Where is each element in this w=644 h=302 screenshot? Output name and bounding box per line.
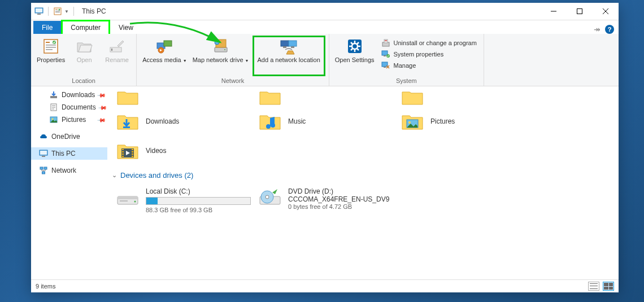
- system-properties-link[interactable]: System properties: [380, 49, 478, 59]
- folder-music[interactable]: Music: [254, 108, 397, 135]
- map-drive-icon: [212, 37, 230, 55]
- svg-rect-29: [289, 41, 297, 46]
- nav-onedrive-label: OneDrive: [51, 133, 80, 141]
- onedrive-icon: [39, 132, 48, 141]
- section-devices-drives[interactable]: Devices and drives (2): [112, 171, 614, 180]
- svg-point-64: [266, 124, 271, 129]
- hdd-icon: [115, 187, 140, 208]
- ribbon-tabs: File Computer View ↠ ?: [31, 20, 619, 34]
- svg-rect-61: [44, 167, 47, 169]
- folder-pictures[interactable]: Pictures: [397, 108, 539, 135]
- close-button[interactable]: [593, 3, 619, 20]
- svg-rect-72: [122, 156, 124, 157]
- music-folder-icon: [258, 111, 282, 132]
- drive-c[interactable]: Local Disk (C:) 88.3 GB free of 99.3 GB: [112, 184, 254, 217]
- svg-rect-16: [46, 49, 53, 50]
- folder-downloads-label: Downloads: [146, 117, 179, 125]
- drive-d-label2: CCCOMA_X64FRE_EN-US_DV9: [288, 195, 393, 203]
- pin-icon: 📌: [97, 115, 106, 124]
- folder-partial-top[interactable]: [254, 87, 397, 106]
- svg-rect-75: [132, 154, 133, 155]
- tab-computer[interactable]: Computer: [61, 20, 110, 34]
- tab-file[interactable]: File: [33, 21, 61, 34]
- uninstall-label: Uninstall or change a program: [394, 40, 477, 46]
- navigation-pane: Downloads 📌 Documents 📌 Pictures 📌 OneDr…: [31, 86, 107, 279]
- nav-documents[interactable]: Documents 📌: [31, 101, 107, 113]
- system-properties-icon: [381, 50, 390, 59]
- drive-c-free: 88.3 GB free of 99.3 GB: [146, 207, 251, 213]
- ribbon-group-system: Open Settings Uninstall or change a prog…: [329, 34, 484, 86]
- network-location-icon: [280, 37, 298, 55]
- svg-rect-43: [384, 40, 388, 43]
- access-media-label: Access media ▼: [142, 56, 186, 64]
- properties-button[interactable]: Properties: [34, 36, 67, 76]
- folder-icon: [400, 87, 425, 106]
- add-network-location-label: Add a network location: [258, 56, 320, 64]
- nav-downloads[interactable]: Downloads 📌: [31, 89, 107, 101]
- title-bar: ▼ This PC: [31, 3, 619, 20]
- nav-this-pc[interactable]: This PC: [31, 147, 107, 160]
- drive-d[interactable]: DVD Drive (D:) CCCOMA_X64FRE_EN-US_DV9 0…: [254, 184, 397, 217]
- svg-rect-62: [42, 172, 45, 174]
- minimize-ribbon-icon[interactable]: ↠: [594, 25, 601, 34]
- folder-partial-top[interactable]: [397, 87, 539, 106]
- folder-partial-top[interactable]: [112, 87, 254, 106]
- explorer-window: ▼ This PC File Computer View ↠ ? Propert…: [31, 3, 619, 292]
- add-network-location-button[interactable]: Add a network location: [253, 36, 325, 76]
- svg-rect-46: [384, 55, 386, 56]
- nav-onedrive[interactable]: OneDrive: [31, 130, 107, 143]
- svg-rect-79: [118, 196, 138, 199]
- system-properties-label: System properties: [394, 51, 444, 58]
- map-drive-button[interactable]: Map network drive ▼: [190, 36, 251, 76]
- nav-pictures[interactable]: Pictures 📌: [31, 113, 107, 126]
- drive-c-usage-bar: [146, 197, 251, 205]
- tab-view[interactable]: View: [110, 21, 142, 34]
- nav-network[interactable]: Network: [31, 164, 107, 177]
- separator: [73, 7, 74, 16]
- manage-link[interactable]: Manage: [380, 60, 478, 71]
- group-caption-system: System: [396, 76, 417, 86]
- rename-button: Rename: [101, 36, 133, 76]
- open-folder-icon: [75, 37, 93, 55]
- svg-rect-15: [46, 47, 56, 48]
- folder-downloads[interactable]: Downloads: [112, 108, 254, 135]
- this-pc-icon: [39, 149, 48, 158]
- uninstall-icon: [381, 38, 390, 47]
- rename-icon: [108, 37, 126, 55]
- svg-rect-50: [50, 96, 57, 98]
- drive-c-name: Local Disk (C:): [146, 187, 251, 195]
- pictures-icon: [49, 115, 58, 124]
- minimize-button[interactable]: [541, 3, 567, 20]
- svg-rect-73: [132, 149, 133, 150]
- maximize-button[interactable]: [567, 3, 593, 20]
- svg-rect-21: [164, 41, 172, 46]
- qat-dropdown-icon[interactable]: ▼: [64, 9, 69, 14]
- open-settings-button[interactable]: Open Settings: [333, 36, 377, 76]
- open-settings-label: Open Settings: [335, 56, 375, 64]
- folder-videos[interactable]: Videos: [112, 137, 254, 164]
- svg-rect-63: [123, 126, 130, 128]
- status-bar: 9 items: [31, 279, 619, 292]
- view-details-button[interactable]: [588, 282, 599, 291]
- svg-rect-19: [111, 49, 112, 51]
- svg-rect-28: [281, 41, 289, 46]
- folder-pictures-label: Pictures: [430, 117, 455, 125]
- nav-pictures-label: Pictures: [62, 116, 86, 124]
- dvd-drive-icon: [258, 187, 282, 208]
- svg-rect-31: [291, 46, 294, 48]
- access-media-button[interactable]: Access media ▼: [140, 36, 189, 76]
- svg-rect-13: [46, 42, 50, 43]
- help-icon[interactable]: ?: [605, 25, 614, 34]
- uninstall-link[interactable]: Uninstall or change a program: [380, 38, 478, 48]
- rename-label: Rename: [105, 56, 129, 64]
- properties-qat-icon[interactable]: [53, 7, 62, 16]
- media-icon: [155, 37, 173, 55]
- svg-rect-1: [36, 8, 42, 12]
- map-drive-label: Map network drive ▼: [193, 56, 249, 64]
- view-tiles-button[interactable]: [603, 282, 614, 291]
- nav-network-label: Network: [51, 167, 76, 174]
- group-caption-location: Location: [72, 76, 95, 86]
- folder-icon: [258, 87, 282, 106]
- window-title: This PC: [82, 7, 106, 15]
- ribbon-group-location: Properties Open Rename Location: [31, 34, 137, 86]
